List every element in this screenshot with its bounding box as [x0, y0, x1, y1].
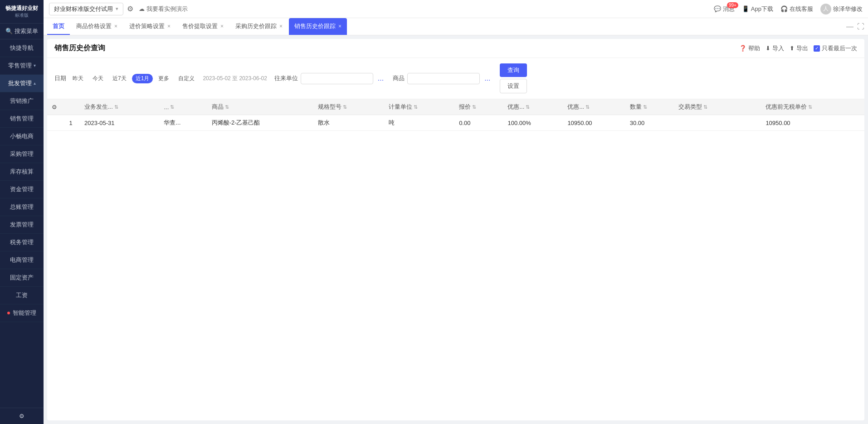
- sort-icon: ⇅: [472, 104, 476, 110]
- sidebar-item-label: 快捷导航: [10, 44, 34, 52]
- tab-purchase-history[interactable]: 采购历史价跟踪 ×: [230, 18, 288, 35]
- topbar-gear-button[interactable]: ⚙: [127, 5, 133, 13]
- col-header-biz-date[interactable]: 业务发生... ⇅: [80, 99, 159, 115]
- expand-window-icon[interactable]: ⛶: [857, 23, 864, 31]
- close-icon[interactable]: ×: [220, 23, 224, 29]
- close-icon[interactable]: ×: [167, 23, 171, 29]
- date-pill-custom[interactable]: 自定义: [175, 74, 198, 83]
- logo-title: 畅捷通好业财: [5, 5, 38, 12]
- sidebar-settings[interactable]: ⚙: [0, 408, 44, 424]
- row-spacer: [744, 115, 761, 131]
- message-button[interactable]: 💬 消息 99+: [714, 5, 735, 13]
- sidebar-item-sales[interactable]: 销售管理: [0, 110, 44, 128]
- sidebar-item-quick-nav[interactable]: 快捷导航: [0, 39, 44, 57]
- data-table-container: ⚙ 业务发生... ⇅ ... ⇅: [47, 99, 864, 420]
- sidebar-item-wholesale[interactable]: 批发管理 ▴: [0, 75, 44, 92]
- demo-label: 我要看实例演示: [146, 5, 188, 13]
- col-label: 报价: [459, 103, 471, 111]
- checkbox-checked-icon: ✓: [814, 45, 820, 52]
- tab-label: 销售历史价跟踪: [294, 22, 336, 30]
- sidebar-item-tax[interactable]: 税务管理: [0, 234, 44, 251]
- sidebar-item-ecommerce[interactable]: 电商管理: [0, 251, 44, 269]
- settings-button[interactable]: 设置: [500, 79, 527, 93]
- sidebar-item-fixed-assets[interactable]: 固定资产: [0, 269, 44, 287]
- demo-icon: ☁: [139, 5, 145, 12]
- sidebar-item-label: 税务管理: [10, 238, 34, 246]
- chevron-down-icon: ▾: [34, 63, 36, 68]
- sidebar-item-marketing[interactable]: 营销推广: [0, 92, 44, 110]
- col-header-dots[interactable]: ... ⇅: [159, 99, 207, 115]
- col-header-pretax-price[interactable]: 优惠前无税单价 ⇅: [761, 99, 864, 115]
- date-pill-today[interactable]: 今天: [89, 74, 107, 83]
- row-discount2: 10950.00: [563, 115, 625, 131]
- import-button[interactable]: ⬇ 导入: [766, 44, 784, 53]
- export-label: 导出: [796, 44, 808, 53]
- user-profile[interactable]: 人 徐泽华修改: [820, 4, 863, 14]
- date-pill-last1m[interactable]: 近1月: [132, 74, 153, 83]
- sidebar-item-label: 批发管理: [8, 79, 32, 87]
- sidebar-item-purchase[interactable]: 采购管理: [0, 145, 44, 163]
- col-header-product[interactable]: 商品 ⇅: [207, 99, 314, 115]
- col-header-discount1[interactable]: 优惠... ⇅: [503, 99, 563, 115]
- tab-label: 进价策略设置: [129, 22, 165, 30]
- close-icon[interactable]: ×: [338, 23, 341, 29]
- date-pills: 昨天 今天 近7天 近1月 更多 自定义: [69, 74, 198, 83]
- minimize-window-icon[interactable]: —: [846, 23, 853, 31]
- col-header-discount2[interactable]: 优惠... ⇅: [563, 99, 625, 115]
- export-button[interactable]: ⬆ 导出: [790, 44, 808, 53]
- sidebar-item-salary[interactable]: 工资: [0, 287, 44, 304]
- sidebar-item-label: 总账管理: [10, 203, 34, 211]
- col-header-quantity[interactable]: 数量 ⇅: [625, 99, 674, 115]
- export-icon: ⬆: [790, 45, 795, 52]
- tab-price-strategy[interactable]: 进价策略设置 ×: [124, 18, 176, 35]
- gear-icon[interactable]: ⚙: [52, 104, 57, 111]
- col-header-trans-type[interactable]: 交易类型 ⇅: [674, 99, 744, 115]
- date-pill-last7[interactable]: 近7天: [109, 74, 130, 83]
- col-header-spec[interactable]: 规格型号 ⇅: [313, 99, 384, 115]
- source-dots-button[interactable]: ...: [376, 74, 385, 82]
- sidebar-item-ledger[interactable]: 总账管理: [0, 198, 44, 216]
- close-icon[interactable]: ×: [114, 23, 117, 29]
- query-button[interactable]: 查询: [500, 63, 527, 77]
- version-text: 好业财标准版交付试用: [54, 5, 113, 13]
- row-dots: 华查...: [159, 115, 207, 131]
- topbar-demo-link[interactable]: ☁ 我要看实例演示: [139, 5, 188, 13]
- col-label: 数量: [630, 103, 642, 111]
- topbar-version-selector[interactable]: 好业财标准版交付试用 ▾: [49, 3, 123, 15]
- row-gear: [47, 115, 62, 131]
- search-icon: 🔍: [5, 28, 13, 34]
- close-icon[interactable]: ×: [279, 23, 283, 29]
- app-download-button[interactable]: 📱 App下载: [742, 5, 773, 13]
- product-filter-group: 商品 ...: [393, 73, 492, 84]
- sidebar-item-inventory[interactable]: 库存核算: [0, 163, 44, 181]
- tab-sales-history[interactable]: 销售历史价跟踪 ×: [289, 18, 347, 35]
- sidebar-item-finance[interactable]: 资金管理: [0, 181, 44, 198]
- row-spec: 散水: [313, 115, 384, 131]
- col-header-num: [62, 99, 80, 115]
- last-only-checkbox-label[interactable]: ✓ 只看最后一次: [814, 44, 857, 53]
- tab-price-extract[interactable]: 售价提取设置 ×: [177, 18, 229, 35]
- sidebar-item-invoice[interactable]: 发票管理: [0, 216, 44, 234]
- help-button[interactable]: ❓ 帮助: [739, 44, 760, 53]
- table-header-row: ⚙ 业务发生... ⇅ ... ⇅: [47, 99, 864, 115]
- sidebar-item-retail[interactable]: 零售管理 ▾: [0, 57, 44, 75]
- source-input[interactable]: [301, 73, 373, 84]
- date-pill-more[interactable]: 更多: [155, 74, 173, 83]
- tab-price-setting[interactable]: 商品价格设置 ×: [71, 18, 123, 35]
- product-filter-label: 商品: [393, 74, 405, 82]
- help-label: 帮助: [748, 44, 760, 53]
- product-input[interactable]: [407, 73, 480, 84]
- topbar: 好业财标准版交付试用 ▾ ⚙ ☁ 我要看实例演示 💬 消息 99+ 📱 App下…: [44, 0, 868, 18]
- row-price: 0.00: [454, 115, 503, 131]
- col-header-unit[interactable]: 计量单位 ⇅: [384, 99, 454, 115]
- col-header-price[interactable]: 报价 ⇅: [454, 99, 503, 115]
- sidebar-search[interactable]: 🔍 搜索菜单: [0, 24, 44, 39]
- sidebar-item-small-ecommerce[interactable]: 小畅电商: [0, 128, 44, 145]
- product-dots-button[interactable]: ...: [483, 74, 492, 82]
- message-icon: 💬: [714, 5, 721, 12]
- tab-home[interactable]: 首页: [47, 18, 70, 35]
- sidebar-item-label: 营销推广: [10, 97, 34, 105]
- online-service-button[interactable]: 🎧 在线客服: [780, 5, 813, 13]
- date-pill-yesterday[interactable]: 昨天: [69, 74, 87, 83]
- sidebar-item-smart[interactable]: 智能管理: [0, 304, 44, 322]
